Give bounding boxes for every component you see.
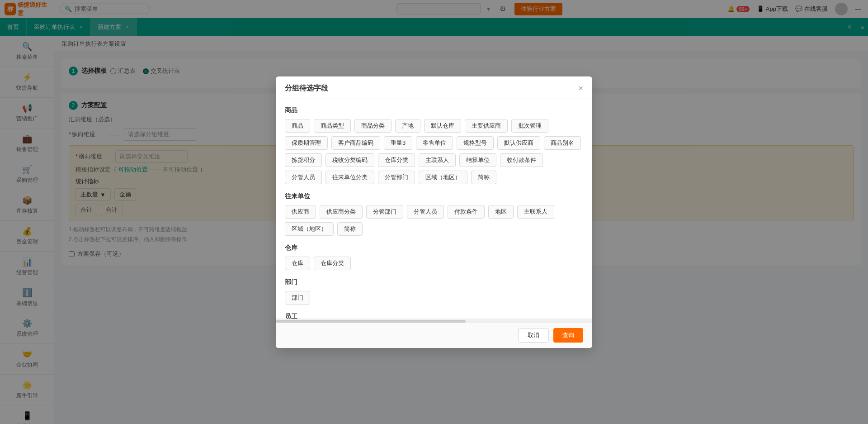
field-tag[interactable]: 简称 [471, 171, 496, 184]
field-tag[interactable]: 供应商 [285, 205, 316, 219]
field-tag[interactable]: 主要供应商 [465, 119, 508, 133]
field-tag[interactable]: 简称 [337, 222, 363, 236]
field-tag[interactable]: 往来单位分类 [326, 171, 374, 184]
modal-overlay: 分组待选字段 × 商品 商品商品类型商品分类产地默认仓库主要供应商批次管理保质期… [0, 0, 868, 424]
field-group-product-title: 商品 [285, 106, 583, 114]
field-tag[interactable]: 默认仓库 [424, 119, 461, 133]
modal-hscroll-thumb [276, 320, 466, 323]
field-group-dept: 部门 部门 [285, 278, 583, 305]
field-tag[interactable]: 供应商分类 [320, 205, 363, 219]
field-tags-partner: 供应商供应商分类分管部门分管人员付款条件地区主联系人区域（地区）简称 [285, 205, 583, 236]
field-tag[interactable]: 重量3 [384, 136, 412, 150]
field-group-product: 商品 商品商品类型商品分类产地默认仓库主要供应商批次管理保质期管理客户商品编码重… [285, 106, 583, 184]
field-group-employee: 员工 业务员 [285, 313, 583, 319]
field-group-partner-title: 往来单位 [285, 192, 583, 200]
field-tag[interactable]: 分管人员 [285, 171, 322, 184]
field-tags-product: 商品商品类型商品分类产地默认仓库主要供应商批次管理保质期管理客户商品编码重量3零… [285, 119, 583, 184]
field-tag[interactable]: 保质期管理 [285, 136, 328, 150]
field-tag[interactable]: 商品分类 [354, 119, 392, 133]
field-tag[interactable]: 主联系人 [419, 153, 456, 167]
modal-confirm-btn[interactable]: 查询 [553, 328, 583, 343]
field-tag[interactable]: 商品类型 [314, 119, 351, 133]
field-tag[interactable]: 批次管理 [511, 119, 548, 133]
field-tag[interactable]: 零售单位 [416, 136, 453, 150]
field-tag[interactable]: 分管人员 [407, 205, 444, 219]
field-select-modal: 分组待选字段 × 商品 商品商品类型商品分类产地默认仓库主要供应商批次管理保质期… [276, 76, 592, 348]
field-tag[interactable]: 结算单位 [459, 153, 496, 167]
field-group-employee-title: 员工 [285, 313, 583, 319]
modal-footer: 取消 查询 [276, 322, 592, 348]
modal-title: 分组待选字段 [285, 84, 328, 93]
modal-body: 商品 商品商品类型商品分类产地默认仓库主要供应商批次管理保质期管理客户商品编码重… [276, 99, 592, 319]
field-tag[interactable]: 区域（地区） [419, 171, 467, 184]
field-tag[interactable]: 产地 [395, 119, 420, 133]
modal-header: 分组待选字段 × [276, 76, 592, 99]
field-tag[interactable]: 分管部门 [366, 205, 403, 219]
field-group-partner: 往来单位 供应商供应商分类分管部门分管人员付款条件地区主联系人区域（地区）简称 [285, 192, 583, 236]
field-tag[interactable]: 商品 [285, 119, 310, 133]
field-tag[interactable]: 收付款条件 [500, 153, 543, 167]
field-group-warehouse: 仓库 仓库仓库分类 [285, 244, 583, 270]
field-tag[interactable]: 客户商品编码 [331, 136, 380, 150]
modal-close-btn[interactable]: × [578, 84, 583, 93]
field-tag[interactable]: 区域（地区） [285, 222, 334, 236]
field-tags-warehouse: 仓库仓库分类 [285, 257, 583, 270]
field-tags-dept: 部门 [285, 291, 583, 305]
field-tag[interactable]: 税收分类编码 [326, 153, 374, 167]
field-tag[interactable]: 规格型号 [457, 136, 494, 150]
field-tag[interactable]: 付款条件 [448, 205, 485, 219]
field-tag[interactable]: 主联系人 [517, 205, 554, 219]
modal-hscroll[interactable] [276, 319, 592, 322]
field-tag[interactable]: 仓库分类 [314, 257, 351, 270]
field-tag[interactable]: 部门 [285, 291, 310, 305]
field-tag[interactable]: 拣货积分 [285, 153, 322, 167]
field-tag[interactable]: 分管部门 [378, 171, 415, 184]
field-tag[interactable]: 商品别名 [544, 136, 581, 150]
field-group-warehouse-title: 仓库 [285, 244, 583, 252]
field-tag[interactable]: 仓库分类 [378, 153, 415, 167]
field-group-dept-title: 部门 [285, 278, 583, 286]
field-tag[interactable]: 默认供应商 [497, 136, 540, 150]
field-tag[interactable]: 地区 [488, 205, 514, 219]
field-tag[interactable]: 仓库 [285, 257, 310, 270]
modal-cancel-btn[interactable]: 取消 [518, 328, 549, 343]
